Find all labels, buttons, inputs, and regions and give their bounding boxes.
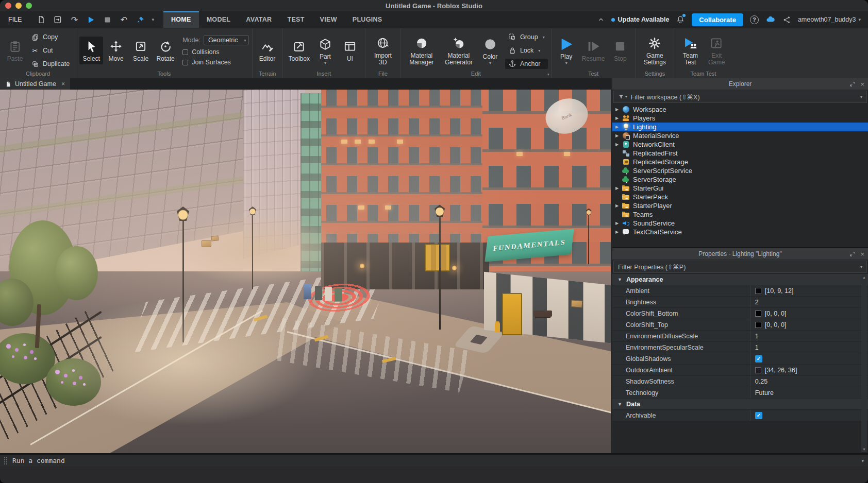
tree-item-workspace[interactable]: ▶Workspace <box>612 105 868 114</box>
tree-item-materialservice[interactable]: ▶MaterialService <box>612 131 868 140</box>
chevron-up-icon[interactable] <box>597 16 605 23</box>
property-value[interactable]: Future <box>750 387 868 398</box>
undo-icon[interactable]: ↶ <box>119 14 129 25</box>
tree-item-serverscriptservice[interactable]: ServerScriptService <box>612 166 868 175</box>
scroll-up-icon[interactable]: ▲ <box>862 275 866 279</box>
expand-arrow-icon[interactable]: ▶ <box>615 230 622 234</box>
copy-button[interactable]: Copy <box>28 32 73 42</box>
tree-item-soundservice[interactable]: ▶SoundService <box>612 219 868 228</box>
expand-arrow-icon[interactable]: ▶ <box>615 221 622 226</box>
group-caret-icon[interactable]: ▾ <box>543 35 545 40</box>
toolbox-button[interactable]: Toolbox <box>286 37 312 64</box>
property-value[interactable]: [10, 9, 12] <box>750 285 868 296</box>
ui-button[interactable]: UI <box>338 37 362 64</box>
play-caret-icon[interactable]: ▾ <box>565 62 567 65</box>
tree-item-replicatedfirst[interactable]: ReplicatedFirst <box>612 149 868 158</box>
filter-funnel-icon[interactable]: ▾ <box>618 94 627 100</box>
properties-scrollbar[interactable]: ▲ ▼ <box>861 274 867 452</box>
close-panel-icon[interactable]: × <box>860 80 864 88</box>
property-value[interactable]: ✓ <box>750 410 868 421</box>
tree-item-serverstorage[interactable]: ServerStorage <box>612 175 868 184</box>
property-value[interactable]: [0, 0, 0] <box>750 319 868 330</box>
game-settings-button[interactable]: Game Settings <box>639 33 671 68</box>
color-button[interactable]: Color ▾ <box>478 34 502 67</box>
part-button[interactable]: Part ▾ <box>313 34 337 67</box>
expand-arrow-icon[interactable]: ▶ <box>615 107 622 112</box>
expand-arrow-icon[interactable]: ▶ <box>615 125 622 129</box>
close-panel-icon[interactable]: × <box>860 250 864 258</box>
team-test-button[interactable]: Team Test <box>677 33 703 68</box>
material-manager-button[interactable]: Material Manager <box>404 33 439 68</box>
tab-home[interactable]: HOME <box>163 11 199 28</box>
move-tool-button[interactable]: Move <box>104 37 128 64</box>
expand-arrow-icon[interactable]: ▶ <box>615 116 622 120</box>
chevron-down-icon[interactable]: ▾ <box>861 458 864 463</box>
explorer-header[interactable]: Explorer × <box>612 78 868 90</box>
join-surfaces-checkbox[interactable]: Join Surfaces <box>182 59 248 66</box>
tree-item-starterplayer[interactable]: ▶StarterPlayer <box>612 201 868 210</box>
help-icon[interactable]: ? <box>750 15 759 24</box>
color-swatch[interactable] <box>755 288 761 294</box>
edit-dialog-launcher-icon[interactable]: ▾ <box>547 72 549 77</box>
terrain-editor-button[interactable]: Editor <box>256 37 279 64</box>
properties-header[interactable]: Properties - Lighting "Lighting" × <box>612 248 868 260</box>
mode-dropdown[interactable]: Geometric▾ <box>204 35 249 45</box>
collaborate-button[interactable]: Collaborate <box>692 13 743 26</box>
anchor-button[interactable]: Anchor <box>505 59 548 69</box>
update-available[interactable]: Update Available <box>611 16 670 23</box>
expand-arrow-icon[interactable]: ▶ <box>615 186 622 191</box>
cloud-sync-icon[interactable] <box>765 14 776 25</box>
tree-item-teams[interactable]: Teams <box>612 210 868 219</box>
explorer-filter-input[interactable]: ▾ Filter workspace (⇧⌘X) ▾ <box>613 91 867 103</box>
tree-item-players[interactable]: ▶Players <box>612 114 868 123</box>
stop-button[interactable]: Stop <box>608 37 632 64</box>
redo-icon[interactable]: ↷ <box>69 14 79 25</box>
color-caret-icon[interactable]: ▾ <box>489 62 491 65</box>
tree-item-replicatedstorage[interactable]: ReplicatedStorage <box>612 158 868 166</box>
close-tab-icon[interactable]: × <box>61 80 65 88</box>
command-bar[interactable]: Run a command ▾ <box>0 454 868 467</box>
share-icon[interactable] <box>782 15 791 24</box>
tree-item-starterpack[interactable]: StarterPack <box>612 193 868 201</box>
quickbar-caret-icon[interactable]: ▾ <box>152 17 154 22</box>
expand-arrow-icon[interactable]: ▶ <box>615 142 622 147</box>
select-tool-button[interactable]: Select <box>79 37 103 64</box>
tree-item-textchatservice[interactable]: ▶TextChatService <box>612 228 868 236</box>
property-value[interactable]: [0, 0, 0] <box>750 308 868 319</box>
play-button[interactable]: Play ▾ <box>555 34 578 67</box>
properties-filter-input[interactable]: Filter Properties (⇧⌘P) ▾ <box>613 261 867 273</box>
lock-button[interactable]: Lock▾ <box>505 45 548 56</box>
play-quick-icon[interactable] <box>86 14 96 25</box>
tree-item-lighting[interactable]: ▶Lighting <box>612 123 868 131</box>
color-swatch[interactable] <box>755 310 761 317</box>
property-value[interactable]: [34, 26, 36] <box>750 365 868 375</box>
property-value[interactable]: 0.25 <box>750 376 868 387</box>
collisions-checkbox[interactable]: Collisions <box>182 48 248 56</box>
exit-game-button[interactable]: Exit Game <box>704 33 729 68</box>
command-input[interactable]: Run a command <box>12 457 65 464</box>
paste-button[interactable]: Paste <box>3 37 27 64</box>
scroll-down-icon[interactable]: ▼ <box>862 447 866 451</box>
color-swatch[interactable] <box>755 367 761 373</box>
checkbox-checked-icon[interactable]: ✓ <box>755 355 762 363</box>
scale-tool-button[interactable]: Scale <box>129 37 153 64</box>
dock-panel-icon[interactable] <box>849 81 856 88</box>
tab-avatar[interactable]: AVATAR <box>238 11 279 28</box>
duplicate-button[interactable]: Duplicate <box>28 59 73 69</box>
cut-button[interactable]: ✂Cut <box>28 45 73 56</box>
property-value[interactable]: ✓ <box>750 353 868 364</box>
resume-button[interactable]: Resume <box>579 37 608 64</box>
tab-plugins[interactable]: PLUGINS <box>345 11 390 28</box>
property-value[interactable]: 1 <box>750 342 868 353</box>
expand-arrow-icon[interactable]: ▶ <box>615 133 622 138</box>
tab-view[interactable]: VIEW <box>312 11 345 28</box>
viewport-canvas[interactable]: Bank FUNDAMENTALS <box>0 90 611 453</box>
expand-arrow-icon[interactable]: ▶ <box>615 203 622 208</box>
tab-model[interactable]: MODEL <box>199 11 239 28</box>
filter-caret-icon[interactable]: ▾ <box>860 95 862 99</box>
material-generator-button[interactable]: Material Generator <box>440 33 477 68</box>
stop-quick-icon[interactable] <box>102 14 112 25</box>
checkbox-checked-icon[interactable]: ✓ <box>755 412 762 419</box>
tree-item-startergui[interactable]: ▶StarterGui <box>612 184 868 193</box>
drag-handle-icon[interactable] <box>4 457 7 464</box>
